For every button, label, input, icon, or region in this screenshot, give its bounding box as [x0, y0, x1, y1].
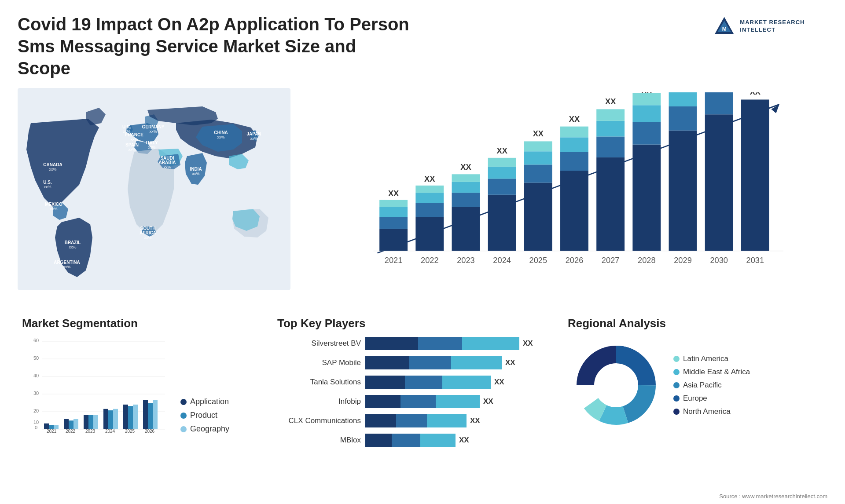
svg-rect-43	[415, 217, 444, 251]
player-name: MBlox	[277, 436, 361, 445]
player-value: XX	[494, 378, 504, 387]
svg-rect-64	[560, 152, 588, 171]
svg-text:2026: 2026	[566, 256, 584, 265]
map-section: CANADA xx% U.S. xx% MEXICO xx% BRAZIL xx…	[18, 88, 290, 299]
page-title: Covid 19 Impact On A2p Application To Pe…	[18, 13, 414, 79]
logo-text: MARKET RESEARCH INTELLECT	[740, 19, 827, 34]
svg-text:2022: 2022	[66, 429, 76, 434]
bar-seg2	[400, 395, 436, 408]
svg-text:CHINA: CHINA	[214, 130, 228, 135]
bar-seg1	[365, 356, 409, 369]
reg-label-latin-america: Latin America	[683, 354, 728, 363]
content-grid: CANADA xx% U.S. xx% MEXICO xx% BRAZIL xx…	[18, 88, 827, 451]
svg-text:2023: 2023	[85, 429, 96, 434]
svg-text:20: 20	[33, 408, 39, 413]
players-title: Top Key Players	[277, 317, 550, 330]
svg-text:2021: 2021	[385, 256, 403, 265]
svg-rect-127	[143, 400, 148, 429]
player-value: XX	[483, 397, 493, 406]
svg-rect-51	[452, 174, 480, 182]
reg-dot-europe	[673, 395, 680, 402]
svg-rect-120	[93, 415, 98, 429]
reg-dot-latin-america	[673, 356, 680, 362]
svg-rect-61	[524, 141, 552, 151]
player-bar	[365, 395, 480, 408]
player-bar	[365, 376, 491, 389]
players-section: Top Key Players Silverstreet BV XX	[273, 312, 555, 451]
list-item: Infobip XX	[277, 395, 550, 408]
bar-seg1	[365, 434, 392, 447]
svg-text:xx%: xx%	[44, 185, 51, 189]
logo-box: M MARKET RESEARCH INTELLECT	[713, 13, 827, 40]
svg-text:CANADA: CANADA	[43, 162, 62, 167]
svg-text:2021: 2021	[47, 429, 57, 434]
svg-rect-124	[123, 405, 128, 429]
player-bar	[365, 434, 456, 447]
page: Covid 19 Impact On A2p Application To Pe…	[0, 0, 845, 504]
svg-rect-56	[488, 158, 516, 167]
svg-rect-69	[596, 136, 625, 157]
player-bar-wrap: XX	[365, 434, 550, 447]
svg-text:2026: 2026	[145, 429, 155, 434]
player-bar	[365, 337, 519, 350]
legend-dot-product	[180, 413, 187, 419]
legend-mea: Middle East & Africa	[673, 368, 750, 376]
svg-rect-118	[84, 415, 88, 429]
svg-rect-116	[69, 420, 73, 429]
source-text: Source : www.marketresearchintellect.com	[719, 493, 827, 500]
svg-rect-45	[415, 193, 444, 203]
bar-seg1	[365, 414, 396, 427]
svg-rect-53	[488, 195, 516, 251]
logo-area: M MARKET RESEARCH INTELLECT	[713, 13, 827, 40]
svg-text:2022: 2022	[421, 256, 439, 265]
reg-label-europe: Europe	[683, 394, 707, 403]
svg-text:U.K.: U.K.	[122, 124, 131, 129]
svg-rect-79	[669, 106, 697, 131]
svg-rect-85	[741, 99, 769, 251]
player-bar-wrap: XX	[365, 356, 550, 369]
svg-rect-48	[452, 207, 480, 251]
bar-seg1	[365, 395, 400, 408]
bar-chart-svg: XX XX XX XX	[330, 92, 819, 277]
legend-label-geography: Geography	[190, 424, 229, 434]
svg-text:XX: XX	[569, 114, 580, 124]
player-bar-wrap: XX	[365, 414, 550, 427]
svg-rect-83	[705, 92, 733, 114]
svg-rect-129	[153, 400, 158, 429]
svg-rect-38	[379, 229, 408, 251]
bar-seg1	[365, 376, 405, 389]
map-container: CANADA xx% U.S. xx% MEXICO xx% BRAZIL xx…	[18, 88, 290, 299]
svg-text:0: 0	[35, 425, 37, 430]
header: Covid 19 Impact On A2p Application To Pe…	[18, 13, 827, 79]
svg-rect-46	[415, 186, 444, 193]
player-name: CLX Communications	[277, 416, 361, 425]
svg-rect-66	[560, 127, 588, 138]
svg-text:XX: XX	[424, 174, 435, 183]
player-value: XX	[523, 339, 533, 348]
player-value: XX	[459, 436, 469, 445]
svg-rect-40	[379, 207, 408, 217]
svg-rect-54	[488, 179, 516, 195]
svg-rect-65	[560, 137, 588, 152]
svg-text:GERMANY: GERMANY	[142, 124, 164, 129]
list-item: Tanla Solutions XX	[277, 376, 550, 389]
player-bar	[365, 414, 467, 427]
svg-rect-76	[632, 93, 661, 105]
player-name: Silverstreet BV	[277, 339, 361, 348]
bar-seg2	[396, 414, 427, 427]
bar-seg3	[451, 356, 502, 369]
svg-text:XX: XX	[641, 92, 652, 95]
svg-rect-82	[705, 114, 733, 251]
svg-text:U.S.: U.S.	[43, 180, 52, 185]
svg-rect-50	[452, 182, 480, 193]
player-value: XX	[505, 358, 515, 367]
legend-asia-pacific: Asia Pacific	[673, 381, 750, 390]
player-name: Tanla Solutions	[277, 378, 361, 387]
svg-rect-70	[596, 121, 625, 137]
player-value: XX	[470, 416, 480, 425]
segmentation-chart-svg: 60 50 40 30 20 10 0	[22, 337, 172, 434]
svg-rect-75	[632, 105, 661, 122]
svg-rect-126	[133, 405, 138, 429]
legend-label-product: Product	[190, 411, 217, 420]
svg-text:XX: XX	[533, 129, 544, 138]
